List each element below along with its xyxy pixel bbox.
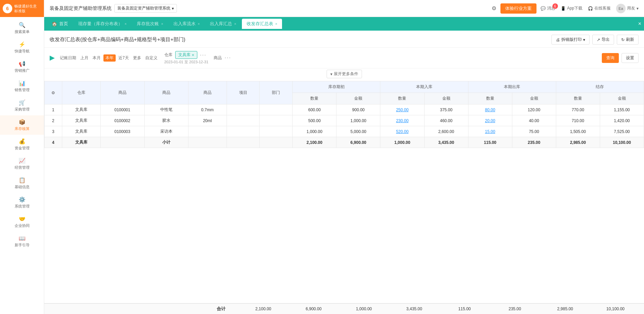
tab-close-icon[interactable]: × — [275, 22, 277, 26]
cell-open-amt: 5,000.00 — [336, 126, 380, 137]
query-button[interactable]: 查询 — [602, 53, 619, 63]
out-qty-link[interactable]: 20.00 — [485, 118, 495, 123]
th-in-stock: 本期入库 — [380, 81, 468, 93]
sidebar-item-label: 新手引导 — [15, 243, 30, 248]
cell-in-amt: 375.00 — [424, 104, 468, 115]
sidebar-item-base-info[interactable]: 📋 基础信息 — [0, 173, 44, 193]
app-download-action[interactable]: 📱 App下载 — [561, 5, 582, 11]
th-in-amt: 金额 — [424, 93, 468, 104]
date-option-7days[interactable]: 近7天 — [117, 54, 130, 62]
date-option-last-month[interactable]: 上月 — [79, 54, 90, 62]
out-qty-link[interactable]: 15.00 — [485, 129, 495, 134]
tab-receipt-summary[interactable]: 收发存汇总表 × — [242, 19, 282, 29]
sidebar-item-label: 搜索菜单 — [15, 29, 30, 34]
expand-more-button[interactable]: ▾ 展开更多条件 — [327, 70, 362, 78]
refresh-button[interactable]: ↻ 刷新 — [617, 35, 639, 45]
print-button[interactable]: 🖨 拆镜版打印 ▾ — [551, 35, 590, 45]
cell-dept — [260, 104, 293, 115]
main-area: 装备及固定资产辅助管理系统 装备及固定资产辅助管理系统 ▾ ⚙ 体验行业方案 💬… — [44, 0, 644, 314]
th-settings[interactable]: ⚙ — [45, 81, 62, 104]
cell-code: 0100001 — [100, 104, 144, 115]
cell-in-qty[interactable]: 250.00 — [380, 104, 424, 115]
close-all-tabs-button[interactable]: × — [638, 21, 641, 27]
guide-icon: 📖 — [19, 235, 26, 242]
th-out-qty: 数量 — [468, 93, 512, 104]
expand-filter-row: ▾ 展开更多条件 — [44, 68, 644, 81]
settings-gear-icon[interactable]: ⚙ — [492, 5, 496, 12]
operations-icon: 📈 — [19, 158, 26, 164]
user-action[interactable]: Ea 用友 ▾ — [616, 4, 639, 13]
sidebar-item-guide[interactable]: 📖 新手引导 — [0, 232, 44, 251]
out-qty-link[interactable]: 80.00 — [485, 108, 495, 112]
system-icon: ⚙️ — [19, 196, 26, 203]
sidebar-item-cooperation[interactable]: 🤝 企业协同 — [0, 212, 44, 232]
experience-button[interactable]: 体验行业方案 — [500, 3, 536, 14]
sidebar-item-label: 企业协同 — [15, 223, 30, 228]
in-qty-link[interactable]: 520.00 — [396, 129, 409, 134]
tab-home[interactable]: 🏠 首页 — [47, 19, 73, 29]
tab-in-out-summary[interactable]: 出入库汇总 × — [205, 19, 241, 29]
cell-open-qty: 500.00 — [293, 115, 336, 126]
chevron-down-icon: ▾ — [637, 6, 639, 11]
sidebar-item-search[interactable]: 🔍 搜索菜单 — [0, 18, 44, 38]
cell-in-qty[interactable]: 520.00 — [380, 126, 424, 137]
tab-close-icon[interactable]: × — [234, 22, 236, 26]
export-icon: ↗ — [597, 37, 600, 42]
footer-out-amt: 235.00 — [490, 307, 540, 311]
page-actions: 🖨 拆镜版打印 ▾ ↗ 导出 ↻ 刷新 — [551, 35, 639, 45]
th-project: 项目 — [227, 81, 260, 104]
warehouse-dots[interactable]: ··· — [200, 52, 207, 58]
cell-out-qty[interactable]: 20.00 — [468, 115, 512, 126]
goods-dots[interactable]: ··· — [225, 55, 231, 61]
date-option-custom[interactable]: 自定义 — [144, 54, 159, 62]
message-icon: 💬 — [541, 6, 546, 11]
warehouse-tag-close[interactable]: × — [192, 53, 194, 57]
cell-in-qty[interactable]: 230.00 — [380, 115, 424, 126]
quick-nav-icon: ⚡ — [19, 41, 26, 48]
footer-open-qty: 2,100.00 — [238, 307, 288, 311]
settings-button[interactable]: 设置 — [622, 53, 639, 63]
cell-spec — [188, 137, 227, 148]
sidebar: 6 畅捷通好生意 标准版 🔍 搜索菜单 ⚡ 快捷导航 📢 营销推广 📊 销售管理… — [0, 0, 44, 314]
sidebar-item-quick-nav[interactable]: ⚡ 快捷导航 — [0, 38, 44, 57]
tab-in-out-flow[interactable]: 出入库流水 × — [169, 19, 204, 29]
logo-area: 6 畅捷通好生意 标准版 — [0, 0, 44, 17]
sidebar-item-inventory[interactable]: 📦 库存核算 — [0, 115, 44, 135]
footer-open-amt: 6,900.00 — [288, 307, 339, 311]
message-action[interactable]: 💬 消息 6 — [541, 5, 555, 11]
cell-code: 0100002 — [100, 115, 144, 126]
sidebar-item-label: 基础信息 — [15, 184, 30, 189]
cell-open-qty: 1,000.00 — [293, 126, 336, 137]
in-qty-link[interactable]: 250.00 — [396, 108, 409, 112]
online-service-label: 在线客服 — [594, 5, 611, 11]
cell-bal-amt: 1,420.00 — [600, 115, 644, 126]
th-code: 商品 — [100, 81, 144, 104]
export-button[interactable]: ↗ 导出 — [592, 35, 614, 45]
date-option-this-month[interactable]: 本月 — [91, 54, 102, 62]
cell-out-qty[interactable]: 15.00 — [468, 126, 512, 137]
sidebar-item-system[interactable]: ⚙️ 系统管理 — [0, 193, 44, 212]
date-option-this-year[interactable]: 本年 — [103, 54, 116, 62]
filter-toggle-icon[interactable]: ▶ — [50, 54, 54, 62]
sidebar-item-finance[interactable]: 💰 资金管理 — [0, 135, 44, 154]
sidebar-item-sales[interactable]: 📊 销售管理 — [0, 77, 44, 96]
online-service-action[interactable]: 🎧 在线客服 — [588, 5, 611, 11]
cell-project — [227, 126, 260, 137]
th-in-qty: 数量 — [380, 93, 424, 104]
tab-close-icon[interactable]: × — [161, 22, 163, 26]
goods-label: 商品 — [214, 55, 222, 61]
tab-close-icon[interactable]: × — [125, 22, 127, 26]
cell-dept — [260, 115, 293, 126]
sidebar-item-operations[interactable]: 📈 经营管理 — [0, 154, 44, 173]
sidebar-item-marketing[interactable]: 📢 营销推广 — [0, 57, 44, 77]
tab-stock-dist[interactable]: 现存量（库存分布表） × — [73, 19, 131, 29]
sidebar-item-purchase[interactable]: 🛒 采购管理 — [0, 96, 44, 115]
cell-out-qty[interactable]: 80.00 — [468, 104, 512, 115]
system-dropdown[interactable]: 装备及固定资产辅助管理系统 ▾ — [114, 4, 177, 13]
date-option-more[interactable]: 更多 — [132, 54, 143, 62]
home-icon: 🏠 — [52, 21, 57, 27]
tab-close-icon[interactable]: × — [198, 22, 200, 26]
in-qty-link[interactable]: 230.00 — [396, 118, 409, 123]
tab-batch-account[interactable]: 库存批次账 × — [132, 19, 168, 29]
th-out-stock: 本期出库 — [468, 81, 556, 93]
